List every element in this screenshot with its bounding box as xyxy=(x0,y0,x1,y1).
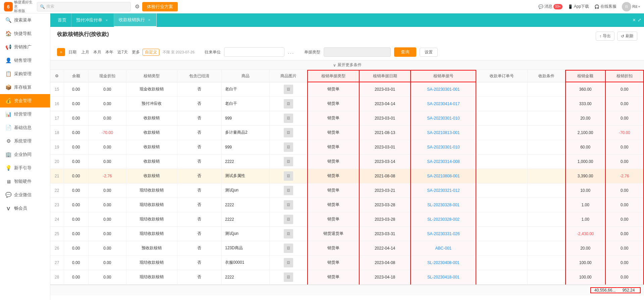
date-7days[interactable]: 近7天 xyxy=(116,49,129,56)
dropdown-icon: ▾ xyxy=(638,5,640,8)
cell-cancel-bill-no[interactable]: SA-20230301-010 xyxy=(411,140,476,154)
cell-cancel-bill-no[interactable]: SA-20230301-010 xyxy=(411,111,476,125)
window-close-icon[interactable]: × xyxy=(633,17,636,23)
cell-cancel-bill-no[interactable]: SA-20230331-026 xyxy=(411,226,476,241)
global-search[interactable]: 🔍 搜索 xyxy=(37,2,131,11)
cell-cancel-amount: 2,100.00 xyxy=(566,125,605,140)
cell-no: 22 xyxy=(50,183,64,198)
sidebar-item-wechat[interactable]: 💬 企业微信 xyxy=(0,188,50,202)
sidebar-item-basic[interactable]: 📄 基础信息 xyxy=(0,121,50,134)
cell-cancel-bill-no[interactable]: SL-20230418-001 xyxy=(411,270,476,284)
sidebar-item-purchase[interactable]: 📋 采购管理 xyxy=(0,67,50,81)
cell-include-settled: 否 xyxy=(177,169,221,183)
col-cancel-bill-no: 核销单据号 xyxy=(411,70,476,82)
sidebar-item-member[interactable]: V 畅会员 xyxy=(0,202,50,215)
expand-more-bar[interactable]: ∨ 展开更多条件 xyxy=(50,60,644,70)
industry-btn[interactable]: 体验行业方案 xyxy=(142,2,178,11)
window-expand-icon[interactable]: ⤢ xyxy=(638,17,641,23)
cell-product: 999 xyxy=(221,111,269,125)
cell-cancel-bill-no[interactable]: ABC-001 xyxy=(411,241,476,255)
cell-receipt-condition xyxy=(527,169,566,183)
cell-no: 20 xyxy=(50,154,64,169)
cell-receipt-order-no xyxy=(476,198,527,212)
date-range-display: 不限 至 2023-07-26 xyxy=(163,50,195,55)
cell-product-image: 🖼 xyxy=(270,96,308,111)
cell-cancel-bill-date: 2021-08-08 xyxy=(359,169,411,183)
cell-cancel-type: 现结收款核销 xyxy=(126,255,177,270)
export-btn[interactable]: ↑ 导出 xyxy=(596,32,614,41)
gear-button[interactable]: ⚙ xyxy=(135,3,140,10)
sidebar-item-quicknav[interactable]: 🏠 快捷导航 xyxy=(0,27,50,40)
query-btn[interactable]: 查询 xyxy=(394,47,416,57)
sidebar-item-operation[interactable]: 📊 经营管理 xyxy=(0,108,50,121)
cell-receipt-condition xyxy=(527,183,566,198)
cell-include-settled: 否 xyxy=(177,111,221,125)
sidebar-item-search[interactable]: 🔍 搜索菜单 xyxy=(0,13,50,27)
cell-cash-discount: -2.76 xyxy=(89,169,126,183)
sidebar-item-inventory[interactable]: 📦 库存核算 xyxy=(0,81,50,94)
tab-receipt[interactable]: 收款核销执行 × xyxy=(114,13,157,27)
date-options: 上月 本月 本年 近7天 更多 自定义 xyxy=(80,49,159,56)
sidebar-item-hardware[interactable]: 🖥 智能硬件 xyxy=(0,175,50,188)
cell-cancel-bill-no[interactable]: SA-20230314-008 xyxy=(411,154,476,169)
sidebar-item-sales[interactable]: 👤 销售管理 xyxy=(0,54,50,67)
page-title-row: 收款核销执行(按收款) ↑ 导出 ↺ 刷新 xyxy=(50,27,644,44)
cell-cancel-discount: 0.00 xyxy=(605,198,644,212)
partner-input[interactable] xyxy=(224,47,284,57)
tab-receipt-close[interactable]: × xyxy=(147,17,152,22)
cell-no: 15 xyxy=(50,82,64,96)
cell-cancel-discount: 0.00 xyxy=(605,255,644,270)
bill-type-select[interactable] xyxy=(324,47,391,57)
sidebar-item-guide[interactable]: 💡 新手引导 xyxy=(0,161,50,175)
date-custom[interactable]: 自定义 xyxy=(143,49,159,56)
sidebar-item-enterprise[interactable]: 🏢 企业协同 xyxy=(0,148,50,161)
message-btn[interactable]: 💬 消息 99+ xyxy=(538,4,562,9)
cell-cash-discount: 0.00 xyxy=(89,212,126,226)
cell-cancel-bill-no[interactable]: SL-20230328-001 xyxy=(411,198,476,212)
cell-product-image: 🖼 xyxy=(270,125,308,140)
cell-cancel-bill-no[interactable]: SA-20210808-001 xyxy=(411,169,476,183)
cell-include-settled: 否 xyxy=(177,183,221,198)
date-more[interactable]: 更多 xyxy=(130,49,141,56)
settings-btn[interactable]: 设置 xyxy=(420,48,438,57)
online-service-btn[interactable]: 🎧 在线客服 xyxy=(594,4,616,9)
top-actions: 💬 消息 99+ 📱 App下载 🎧 在线客服 R Rit ▾ xyxy=(538,2,640,11)
tab-prepay[interactable]: 预付冲应付单 × xyxy=(71,13,114,27)
date-this-month[interactable]: 本月 xyxy=(92,49,103,56)
export-icon: ↑ xyxy=(599,34,601,39)
tab-home[interactable]: 首页 xyxy=(53,13,71,27)
cell-cancel-amount: 100.00 xyxy=(566,270,605,284)
app-download-btn[interactable]: 📱 App下载 xyxy=(568,4,589,9)
cell-cancel-bill-no[interactable]: SA-20230301-001 xyxy=(411,82,476,96)
cell-cancel-bill-no[interactable]: SA-20230321-012 xyxy=(411,183,476,198)
sidebar-item-marketing[interactable]: 📢 营销推广 xyxy=(0,40,50,54)
cell-cash-discount: 0.00 xyxy=(89,183,126,198)
cell-receipt-condition xyxy=(527,270,566,284)
cell-receipt-order-no xyxy=(476,111,527,125)
table-row: 15 0.00 0.00 现金收款核销 否 老白干 🖼 销货单 2023-03-… xyxy=(50,82,644,96)
cell-balance: 0.00 xyxy=(64,212,89,226)
tab-prepay-close[interactable]: × xyxy=(104,18,109,23)
content-area: 首页 预付冲应付单 × 收款核销执行 × × ⤢ 收款核销执行(按收款) xyxy=(50,13,644,300)
sidebar-item-system[interactable]: ⚙ 系统管理 xyxy=(0,134,50,148)
cell-cash-discount: 0.00 xyxy=(89,111,126,125)
sales-icon: 👤 xyxy=(5,57,11,63)
sidebar-item-finance[interactable]: 💰 资金管理 xyxy=(0,94,50,108)
cell-balance: 0.00 xyxy=(64,241,89,255)
cell-receipt-order-no xyxy=(476,154,527,169)
col-settings[interactable]: ⚙ xyxy=(50,70,64,82)
cell-cancel-bill-no[interactable]: SL-20230408-001 xyxy=(411,255,476,270)
refresh-btn[interactable]: ↺ 刷新 xyxy=(617,32,637,41)
footer-totals: 40,556,66... 952.24 xyxy=(590,287,641,293)
filter-expand-btn[interactable]: » xyxy=(57,48,65,56)
cell-product-image: 🖼 xyxy=(270,212,308,226)
user-menu[interactable]: R Rit ▾ xyxy=(622,2,640,11)
bill-type-label: 单据类型 xyxy=(304,49,320,55)
cell-cancel-bill-no[interactable]: SA-20230414-017 xyxy=(411,96,476,111)
date-this-year[interactable]: 本年 xyxy=(104,49,115,56)
cell-product: 老白干 xyxy=(221,82,269,96)
cell-cancel-bill-no[interactable]: SA-20210813-001 xyxy=(411,125,476,140)
date-last-month[interactable]: 上月 xyxy=(80,49,91,56)
cell-cancel-bill-no[interactable]: SL-20230328-002 xyxy=(411,212,476,226)
cell-balance: 0.00 xyxy=(64,183,89,198)
